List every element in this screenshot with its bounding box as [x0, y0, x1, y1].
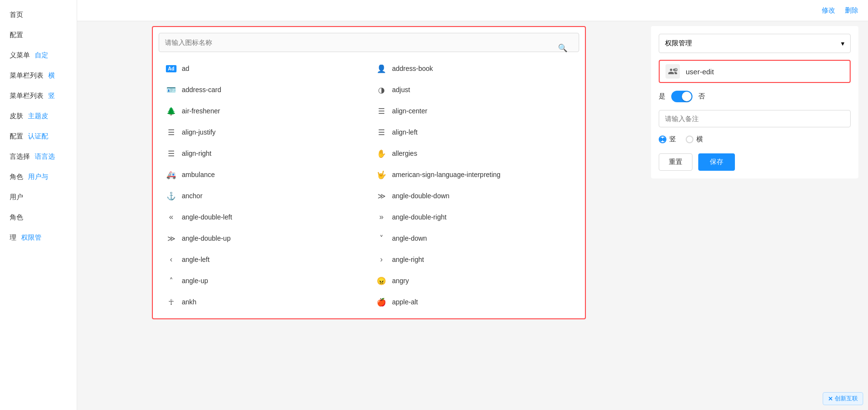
icon-label-align-center: align-center [392, 107, 427, 115]
sidebar-label-v-menu: 菜单栏列表 [10, 92, 43, 99]
radio-row: 竖 横 [659, 135, 851, 144]
icon-item-angle-down[interactable]: ˅angle-down [369, 228, 579, 249]
sidebar-link-lang[interactable]: 语言选 [35, 152, 55, 160]
icon-item-angle-double-down[interactable]: ≫angle-double-down [369, 185, 579, 206]
icon-item-angle-double-up[interactable]: ≫angle-double-up [159, 228, 369, 249]
radio-vertical[interactable]: 竖 [659, 135, 676, 144]
icon-symbol-angle-double-right: » [376, 211, 387, 223]
icon-symbol-angle-double-up: ≫ [165, 232, 177, 244]
sidebar-item-role[interactable]: 角色 用户与 [0, 167, 77, 187]
icon-item-angle-left[interactable]: ‹angle-left [159, 249, 369, 270]
icon-label-angle-left: angle-left [182, 256, 210, 263]
icon-item-angle-double-right[interactable]: »angle-double-right [369, 206, 579, 228]
icon-label-ambulance: ambulance [182, 171, 215, 178]
sidebar-item-custom-menu[interactable]: 义菜单 自定 [0, 45, 77, 66]
icon-item-align-right[interactable]: ☰align-right [159, 143, 369, 164]
radio-horizontal[interactable]: 横 [686, 135, 703, 144]
sidebar-item-home[interactable]: 首页 [0, 5, 77, 25]
icon-item-american-sign-language-interpreting[interactable]: 🤟american-sign-language-interpreting [369, 164, 579, 185]
sidebar-label-custom-menu: 义菜单 [10, 51, 30, 59]
icon-item-angle-double-left[interactable]: «angle-double-left [159, 206, 369, 228]
icon-item-anchor[interactable]: ⚓anchor [159, 185, 369, 206]
icon-label-align-justify: align-justify [182, 128, 216, 136]
icon-item-address-book[interactable]: 👤address-book [369, 58, 579, 79]
icon-item-ad[interactable]: Adad [159, 58, 369, 79]
icon-item-ankh[interactable]: ☥ankh [159, 291, 369, 313]
sidebar-link-perm[interactable]: 权限管 [21, 233, 41, 241]
radio-horizontal-dot [686, 136, 693, 143]
sidebar-item-role2[interactable]: 角色 [0, 207, 77, 228]
icon-symbol-angle-down: ˅ [376, 232, 387, 244]
sidebar-item-perm[interactable]: 理 权限管 [0, 228, 77, 248]
sidebar-label-user: 用户 [10, 193, 23, 201]
icon-item-align-center[interactable]: ☰align-center [369, 100, 579, 122]
icon-label-address-card: address-card [182, 86, 221, 94]
sidebar-link-role[interactable]: 用户与 [28, 173, 48, 180]
icon-label-ankh: ankh [182, 298, 196, 306]
icon-symbol-ad: Ad [165, 63, 177, 74]
reset-button[interactable]: 重置 [659, 153, 692, 171]
icon-label-air-freshener: air-freshener [182, 107, 220, 115]
sidebar-label-home: 首页 [10, 11, 23, 18]
icon-item-address-card[interactable]: 🪪address-card [159, 79, 369, 100]
icon-label-angle-double-down: angle-double-down [392, 192, 449, 200]
icon-item-adjust[interactable]: ◑adjust [369, 79, 579, 100]
sidebar-link-auth[interactable]: 认证配 [28, 132, 48, 140]
sidebar-item-auth-config[interactable]: 配置 认证配 [0, 126, 77, 147]
icon-item-apple-alt[interactable]: 🍎apple-alt [369, 291, 579, 313]
icon-item-align-justify[interactable]: ☰align-justify [159, 122, 369, 143]
icon-symbol-address-book: 👤 [376, 63, 387, 74]
icon-symbol-address-card: 🪪 [165, 84, 177, 96]
permission-dropdown[interactable]: 权限管理 ▾ [659, 34, 851, 53]
icon-label-apple-alt: apple-alt [392, 298, 418, 306]
icon-symbol-align-left: ☰ [376, 126, 387, 138]
remark-input[interactable] [659, 110, 851, 127]
icon-item-angle-up[interactable]: ˄angle-up [159, 270, 369, 291]
icon-label-align-left: align-left [392, 128, 418, 136]
selected-icon-box[interactable]: user-edit [659, 60, 851, 83]
sidebar-link-skin[interactable]: 主题皮 [28, 112, 48, 120]
topbar: 修改 删除 [77, 0, 868, 21]
icon-item-allergies[interactable]: ✋allergies [369, 143, 579, 164]
icon-symbol-ambulance: 🚑 [165, 169, 177, 180]
icon-label-american-sign-language-interpreting: american-sign-language-interpreting [392, 171, 501, 178]
icon-label-ad: ad [182, 65, 190, 72]
edit-action[interactable]: 修改 [822, 6, 835, 15]
delete-action[interactable]: 删除 [845, 6, 858, 15]
permission-dropdown-label: 权限管理 [665, 39, 692, 48]
sidebar-label-skin: 皮肤 [10, 112, 23, 120]
sidebar-link-v-menu[interactable]: 竖 [48, 92, 55, 99]
icon-label-angle-down: angle-down [392, 234, 427, 242]
selected-icon-name: user-edit [686, 68, 844, 76]
icon-symbol-align-right: ☰ [165, 148, 177, 159]
content-area: 🔍 Adad👤address-book🪪address-card◑adjust🌲… [77, 21, 868, 410]
sidebar-item-v-menu-list[interactable]: 菜单栏列表 竖 [0, 86, 77, 106]
icon-symbol-align-justify: ☰ [165, 126, 177, 138]
sidebar-item-h-menu-list[interactable]: 菜单栏列表 横 [0, 66, 77, 86]
icon-item-angle-right[interactable]: ›angle-right [369, 249, 579, 270]
save-button[interactable]: 保存 [698, 153, 735, 171]
sidebar-item-skin[interactable]: 皮肤 主题皮 [0, 106, 77, 126]
topbar-actions: 修改 删除 [822, 6, 858, 15]
icon-item-align-left[interactable]: ☰align-left [369, 122, 579, 143]
sidebar-item-lang[interactable]: 言选择 语言选 [0, 147, 77, 167]
action-row: 重置 保存 [659, 153, 851, 171]
icon-label-angle-double-right: angle-double-right [392, 213, 447, 221]
toggle-switch[interactable] [671, 91, 692, 102]
watermark-text: 创新互联 [835, 395, 858, 403]
sidebar-link-h-menu[interactable]: 横 [48, 71, 55, 79]
icon-symbol-angry: 😠 [376, 275, 387, 287]
sidebar-item-user[interactable]: 用户 [0, 187, 77, 207]
icon-item-air-freshener[interactable]: 🌲air-freshener [159, 100, 369, 122]
sidebar-label-perm: 理 [10, 233, 16, 241]
icon-item-ambulance[interactable]: 🚑ambulance [159, 164, 369, 185]
icon-label-angle-up: angle-up [182, 277, 208, 285]
icon-symbol-angle-up: ˄ [165, 275, 177, 287]
icon-search-input[interactable] [159, 33, 579, 52]
icon-symbol-angle-double-down: ≫ [376, 190, 387, 202]
sidebar-item-config[interactable]: 配置 [0, 25, 77, 45]
sidebar-link-custom-menu[interactable]: 自定 [35, 51, 48, 59]
radio-vertical-label: 竖 [669, 135, 676, 144]
icon-item-angry[interactable]: 😠angry [369, 270, 579, 291]
toggle-yes-label: 是 [659, 92, 665, 101]
